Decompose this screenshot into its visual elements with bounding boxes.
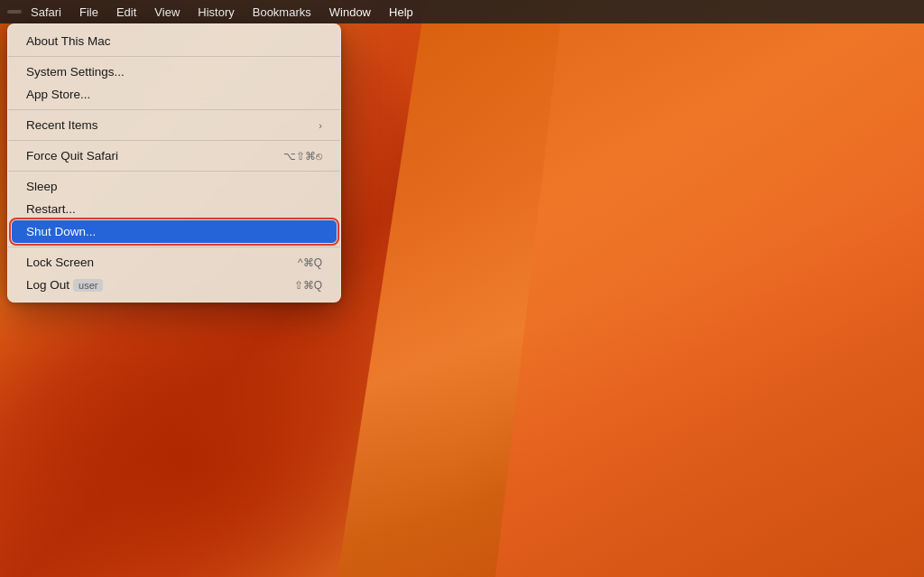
menu-bar-bookmarks[interactable]: Bookmarks (244, 4, 320, 21)
menu-item-log-out-left: Log Out user (26, 278, 106, 292)
apple-dropdown-menu: About This Mac System Settings... App St… (7, 23, 341, 302)
menu-item-force-quit-label: Force Quit Safari (26, 149, 118, 163)
separator-5 (8, 247, 340, 247)
submenu-chevron-icon: › (319, 120, 322, 131)
menu-bar-view[interactable]: View (145, 4, 189, 21)
menu-item-force-quit[interactable]: Force Quit Safari ⌥⇧⌘⎋ (12, 144, 337, 167)
menu-bar-items: Safari File Edit View History Bookmarks … (7, 4, 422, 21)
menu-item-about[interactable]: About This Mac (12, 30, 337, 52)
menu-item-sleep[interactable]: Sleep (12, 175, 337, 198)
menu-item-restart[interactable]: Restart... (12, 198, 337, 220)
menu-item-recent-items-label: Recent Items (26, 118, 98, 132)
menu-item-lock-screen[interactable]: Lock Screen ^⌘Q (12, 251, 337, 274)
separator-4 (8, 171, 340, 172)
menu-item-log-out[interactable]: Log Out user ⇧⌘Q (12, 274, 337, 296)
log-out-user-badge: user (73, 279, 103, 292)
menu-item-shut-down[interactable]: Shut Down... (12, 220, 337, 243)
menu-bar-history[interactable]: History (189, 4, 243, 21)
menu-item-log-out-label: Log Out (26, 278, 69, 292)
menu-item-recent-items[interactable]: Recent Items › (12, 114, 337, 136)
menu-item-log-out-shortcut: ⇧⌘Q (294, 279, 322, 292)
menu-item-about-label: About This Mac (26, 34, 111, 48)
menu-bar-safari[interactable]: Safari (22, 4, 70, 21)
menu-item-restart-label: Restart... (26, 202, 76, 216)
menu-bar: Safari File Edit View History Bookmarks … (0, 0, 924, 23)
menu-item-lock-screen-shortcut: ^⌘Q (298, 256, 322, 269)
menu-item-sleep-label: Sleep (26, 180, 58, 193)
menu-item-app-store-label: App Store... (26, 88, 90, 101)
menu-bar-file[interactable]: File (70, 4, 107, 21)
menu-bar-window[interactable]: Window (320, 4, 380, 21)
menu-item-system-settings-label: System Settings... (26, 65, 125, 79)
menu-item-lock-screen-label: Lock Screen (26, 256, 94, 269)
separator-2 (8, 109, 340, 110)
separator-1 (8, 56, 340, 57)
menu-item-system-settings[interactable]: System Settings... (12, 60, 337, 83)
separator-3 (8, 140, 340, 141)
menu-bar-edit[interactable]: Edit (107, 4, 145, 21)
menu-item-app-store[interactable]: App Store... (12, 83, 337, 106)
menu-item-force-quit-shortcut: ⌥⇧⌘⎋ (283, 150, 322, 163)
apple-menu-trigger[interactable] (7, 10, 22, 14)
menu-item-shut-down-label: Shut Down... (26, 225, 96, 238)
menu-bar-help[interactable]: Help (380, 4, 422, 21)
